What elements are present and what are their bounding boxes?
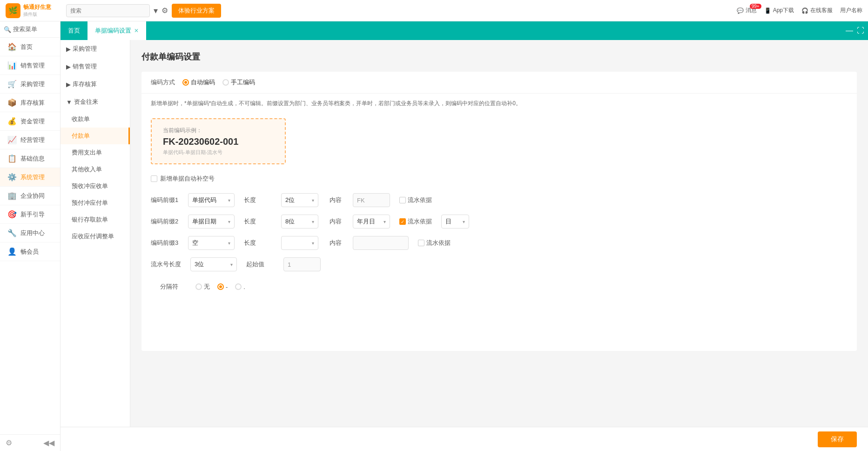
topbar-center: ▾ ⚙ 体验行业方案 [66, 4, 737, 18]
info-text: 新增单据时，*单据编码*自动生成，不可编辑。前缀设置为部门、业务员等档案类，开单… [141, 94, 857, 114]
prefix2-unit-select[interactable]: 日 ▾ [441, 215, 469, 229]
app-download-btn[interactable]: 📱 App下载 [764, 7, 794, 14]
prefix2-select[interactable]: 单据日期 ▾ [188, 215, 235, 229]
sep-dash-radio[interactable]: - [217, 283, 228, 290]
serial-length-select[interactable]: 3位 ▾ [190, 257, 237, 271]
page-title: 付款单编码设置 [141, 51, 857, 62]
sub-item-prepay-pay[interactable]: 预付冲应付单 [61, 195, 130, 211]
prefix1-row: 编码前缀1 单据代码 ▾ 长度 2位 ▾ 内容 流水依据 [151, 193, 848, 207]
sidebar: 🔍 搜索菜单 🏠 首页 📊 销售管理 🛒 采购管理 📦 库存核算 💰 资金管理 … [0, 21, 61, 451]
encoding-type-label: 编码方式 [151, 78, 175, 87]
sidebar-item-purchase[interactable]: 🛒 采购管理 [0, 75, 60, 94]
sidebar-item-basic[interactable]: 📋 基础信息 [0, 149, 60, 168]
main-content: 付款单编码设置 编码方式 自动编码 手工编码 新增单据时，*单据编码*自动生成，… [130, 40, 868, 451]
gear-icon[interactable]: ⚙ [161, 6, 168, 15]
sidebar-item-app[interactable]: 🔧 应用中心 [0, 224, 60, 242]
content-card: 编码方式 自动编码 手工编码 新增单据时，*单据编码*自动生成，不可编辑。前缀设… [141, 72, 857, 351]
separator-row: 分隔符 无 - . [151, 279, 848, 295]
code-preview-desc: 单据代码-单据日期-流水号 [163, 149, 274, 156]
sub-group-inventory: ▶ 库存核算 [61, 75, 130, 93]
topbar-dropdown[interactable]: ▾ [154, 6, 158, 16]
auto-fill-checkbox[interactable] [151, 175, 157, 182]
nav-tabs: 首页 单据编码设置 ✕ — ⛶ [61, 21, 868, 40]
sidebar-item-system[interactable]: ⚙️ 系统管理 [0, 168, 60, 187]
sub-group-sales: ▶ 销售管理 [61, 58, 130, 75]
manual-encoding-radio[interactable]: 手工编码 [222, 78, 255, 87]
manual-radio-dot [222, 79, 229, 86]
serial-length-label: 流水号长度 [151, 260, 181, 269]
code-preview-box: 当前编码示例： FK-20230602-001 单据代码-单据日期-流水号 [151, 118, 286, 164]
prefix3-content-label: 内容 [330, 239, 342, 247]
bottom-bar: 保存 [61, 427, 868, 451]
sidebar-item-operation[interactable]: 📈 经营管理 [0, 131, 60, 149]
prefix1-stream-checkbox[interactable] [399, 197, 406, 203]
sidebar-item-finance[interactable]: 💰 资金管理 [0, 112, 60, 131]
sub-item-expense[interactable]: 费用支出单 [61, 144, 130, 161]
sidebar-item-company[interactable]: 🏢 企业协同 [0, 187, 60, 205]
start-value-input[interactable] [283, 257, 321, 271]
sub-item-payment[interactable]: 付款单 [61, 128, 130, 144]
trial-btn[interactable]: 体验行业方案 [172, 4, 221, 18]
home-icon: 🏠 [7, 42, 17, 51]
collapse-icon[interactable]: ◀◀ [43, 438, 54, 447]
prefix2-content-select[interactable]: 年月日 ▾ [353, 215, 390, 229]
user-info[interactable]: 用户名称 [840, 7, 862, 14]
auto-fill-label: 新增单据自动补空号 [160, 175, 215, 183]
search-icon: 🔍 [4, 26, 11, 33]
prefix3-arrow-icon: ▾ [228, 241, 230, 246]
prefix2-stream-checkbox[interactable]: ✓ [399, 218, 406, 225]
prefix2-length-select[interactable]: 8位 ▾ [281, 215, 318, 229]
prefix3-content-input[interactable] [353, 236, 409, 250]
prefix1-arrow-icon: ▾ [228, 198, 230, 203]
logo-icon: 🌿 [6, 3, 20, 18]
sep-dot-radio[interactable]: . [235, 283, 245, 290]
arrow-right-icon: ▶ [66, 46, 71, 53]
sub-group-capital: ▼ 资金往来 收款单 付款单 费用支出单 其他收入单 预收冲应收单 预付冲应付单… [61, 93, 130, 245]
chevron-down-icon: ▾ [154, 6, 158, 16]
sidebar-item-member[interactable]: 👤 畅会员 [0, 242, 60, 261]
sub-group-title-capital[interactable]: ▼ 资金往来 [61, 93, 130, 111]
inventory-icon: 📦 [7, 98, 17, 107]
prefix3-length-select[interactable]: ▾ [281, 236, 318, 250]
topbar-right: 💬 消息 99+ 📱 App下载 🎧 在线客服 用户名称 [737, 7, 862, 14]
settings-bottom-icon[interactable]: ⚙ [6, 438, 12, 447]
prefix1-content-input[interactable] [353, 193, 390, 207]
sidebar-item-guide[interactable]: 🎯 新手引导 [0, 205, 60, 224]
prefix1-content-label: 内容 [330, 196, 342, 204]
finance-icon: 💰 [7, 117, 17, 126]
sidebar-search[interactable]: 🔍 搜索菜单 [0, 21, 60, 38]
sidebar-item-home[interactable]: 🏠 首页 [0, 38, 60, 56]
search-input[interactable] [66, 4, 150, 17]
online-service-btn[interactable]: 🎧 在线客服 [801, 7, 833, 14]
sub-item-income[interactable]: 其他收入单 [61, 161, 130, 178]
basic-icon: 📋 [7, 154, 17, 163]
sub-group-title-sales[interactable]: ▶ 销售管理 [61, 58, 130, 75]
prefix1-length-select[interactable]: 2位 ▾ [281, 193, 318, 207]
nav-expand-icon[interactable]: ⛶ [857, 27, 864, 35]
sub-group-title-inventory[interactable]: ▶ 库存核算 [61, 75, 130, 93]
save-button[interactable]: 保存 [818, 431, 857, 447]
sub-item-receipt[interactable]: 收款单 [61, 111, 130, 128]
sub-item-reconcile[interactable]: 应收应付调整单 [61, 228, 130, 245]
sidebar-item-sales[interactable]: 📊 销售管理 [0, 56, 60, 75]
prefix3-stream-checkbox[interactable] [418, 240, 424, 246]
service-icon: 🎧 [801, 7, 808, 14]
prefix2-content-label: 内容 [330, 217, 342, 226]
tab-home[interactable]: 首页 [61, 21, 87, 40]
sub-group-title-purchase[interactable]: ▶ 采购管理 [61, 40, 130, 58]
message-btn[interactable]: 💬 消息 99+ [737, 7, 757, 14]
sidebar-bottom: ⚙ ◀◀ [0, 434, 60, 451]
sidebar-item-inventory[interactable]: 📦 库存核算 [0, 94, 60, 112]
sep-none-radio[interactable]: 无 [195, 283, 210, 291]
sub-item-bank-deposit[interactable]: 银行存取款单 [61, 211, 130, 228]
prefix3-select[interactable]: 空 ▾ [188, 236, 235, 250]
prefix2-arrow-icon: ▾ [228, 219, 230, 224]
nav-minimize-icon[interactable]: — [846, 27, 853, 35]
form-section: 编码前缀1 单据代码 ▾ 长度 2位 ▾ 内容 流水依据 编 [141, 188, 857, 299]
tab-close-icon[interactable]: ✕ [134, 27, 139, 34]
sub-item-prepay-receipt[interactable]: 预收冲应收单 [61, 178, 130, 195]
auto-encoding-radio[interactable]: 自动编码 [182, 78, 215, 87]
prefix1-select[interactable]: 单据代码 ▾ [188, 193, 235, 207]
tab-encoding[interactable]: 单据编码设置 ✕ [87, 21, 146, 40]
serial-length-arrow: ▾ [230, 262, 233, 267]
